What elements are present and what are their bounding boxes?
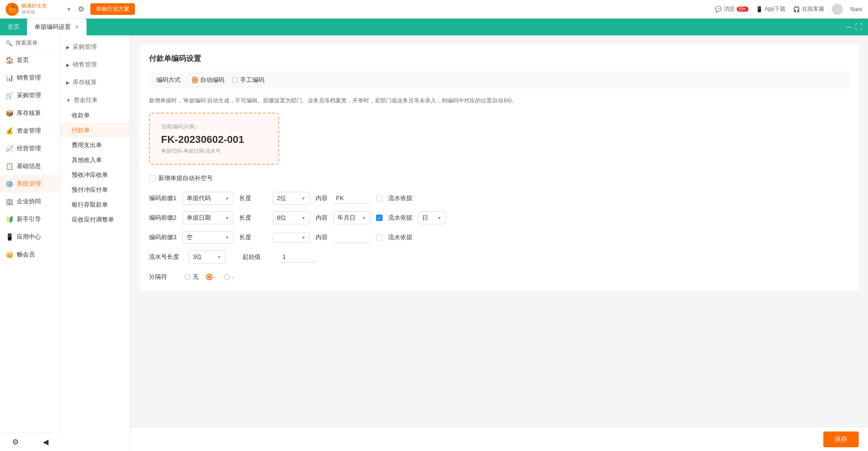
preview-box: 当前编码示例： FK-20230602-001 单据代码-单据日期-流水号 — [149, 113, 279, 165]
industry-solution-button[interactable]: 体验行业方案 — [90, 3, 135, 15]
search-menu-button[interactable]: 🔍 搜索菜单 — [0, 35, 60, 51]
sidebar-item-system[interactable]: ⚙️ 系统管理 — [0, 175, 60, 193]
member-icon: 👑 — [6, 251, 13, 258]
logo-area: 🍊 畅通好生意 插座版 — [6, 3, 61, 16]
purchase-icon: 🛒 — [6, 92, 13, 99]
sub-nav-group-funds: ▼ 资金往来 收款单 付款单 费用支出单 其他收入单 预收冲应收单 预付冲应付单… — [61, 92, 130, 227]
app-download-button[interactable]: 📱 App下载 — [756, 5, 786, 13]
sub-nav-item-receipt[interactable]: 收款单 — [61, 108, 130, 123]
sep-radio-dot — [206, 274, 213, 280]
prefix3-content-input[interactable] — [333, 232, 370, 243]
save-button[interactable]: 保存 — [823, 431, 859, 447]
settings-gear-icon[interactable]: ⚙ — [75, 4, 87, 15]
sidebar-item-appcenter[interactable]: 📱 应用中心 — [0, 228, 60, 246]
sub-nav-item-bank-withdrawal[interactable]: 银行存取款单 — [61, 197, 130, 212]
radio-auto-dot — [192, 77, 198, 83]
sidebar-item-newguide[interactable]: 🔰 新手引导 — [0, 210, 60, 228]
arrow-right-icon2: ▶ — [66, 62, 70, 67]
separator-row: 分隔符 无 · · — [149, 273, 849, 281]
prefix3-select[interactable]: 空 ▼ — [182, 231, 234, 244]
sub-nav-item-advance-offset[interactable]: 预付冲应付单 — [61, 182, 130, 197]
tab-close-icon[interactable]: ✕ — [74, 24, 79, 30]
arrow-down-icon: ▼ — [66, 98, 71, 103]
search-icon: 🔍 — [6, 40, 13, 47]
prefix1-content-input[interactable] — [333, 193, 370, 204]
sub-nav-group-sales: ▶ 销售管理 — [61, 57, 130, 73]
top-header: 🍊 畅通好生意 插座版 ▼ ⚙ 体验行业方案 💬 消息 99+ 📱 App下载 … — [0, 0, 868, 19]
sub-nav-item-payment[interactable]: 付款单 — [61, 123, 130, 138]
sidebar-item-sales[interactable]: 📊 销售管理 — [0, 69, 60, 87]
sidebar-settings-icon[interactable]: ⚙ — [12, 438, 19, 446]
serial-length-arrow-icon: ▼ — [217, 255, 222, 260]
message-icon: 💬 — [715, 6, 722, 13]
prefix2-content-select[interactable]: 年月日 ▼ — [333, 211, 370, 224]
prefix3-length-label: 长度 — [239, 233, 267, 242]
sub-nav-item-other-income[interactable]: 其他收入单 — [61, 153, 130, 168]
tab-bar: 首页 单据编码设置 ✕ ─ ⛶ — [0, 19, 868, 35]
header-right: 💬 消息 99+ 📱 App下载 🎧 在线客服 Nare — [715, 4, 862, 15]
sep-option-none[interactable]: 无 — [184, 273, 199, 281]
prefix2-cycle-select[interactable]: 日 ▼ — [418, 211, 446, 224]
sub-nav-header-purchase[interactable]: ▶ 采购管理 — [61, 39, 130, 55]
appcenter-icon: 📱 — [6, 233, 13, 241]
radio-manual-coding[interactable]: 手工编码 — [232, 76, 264, 84]
sub-nav-item-adjust[interactable]: 应收应付调整单 — [61, 212, 130, 227]
sidebar-item-basic[interactable]: 📋 基础信息 — [0, 157, 60, 175]
prefix2-content-arrow-icon: ▼ — [362, 215, 366, 221]
sep-option-dot2[interactable]: · — [224, 274, 234, 281]
app-download-icon: 📱 — [756, 6, 763, 13]
radio-auto-coding[interactable]: 自动编码 — [192, 76, 224, 84]
online-service-button[interactable]: 🎧 在线客服 — [793, 5, 824, 13]
sidebar-item-home[interactable]: 🏠 首页 — [0, 51, 60, 69]
prefix2-length-label: 长度 — [239, 214, 267, 222]
finance-icon: 💰 — [6, 127, 13, 135]
prefix3-length-select[interactable]: ▼ — [273, 233, 310, 242]
sub-nav-header-funds[interactable]: ▼ 资金往来 — [61, 92, 130, 108]
system-icon: ⚙️ — [6, 180, 13, 188]
prefix1-content-label: 内容 — [316, 194, 328, 202]
sidebar-item-finance[interactable]: 💰 资金管理 — [0, 122, 60, 140]
sidebar-item-member[interactable]: 👑 畅会员 — [0, 246, 60, 263]
prefix1-length-select[interactable]: 2位 ▼ — [273, 192, 310, 205]
prefix3-label: 编码前缀3 — [149, 233, 177, 242]
arrow-right-icon3: ▶ — [66, 80, 70, 85]
prefix2-select[interactable]: 单据日期 ▼ — [182, 211, 234, 224]
serial-length-select[interactable]: 3位 ▼ — [188, 250, 226, 263]
prefix1-select[interactable]: 单据代码 ▼ — [182, 192, 234, 205]
sidebar-collapse-icon[interactable]: ◀ — [43, 438, 48, 446]
prefix1-label: 编码前缀1 — [149, 194, 177, 202]
sub-nav-group-inventory: ▶ 库存核算 — [61, 74, 130, 90]
sidebar-item-inventory[interactable]: 📦 库存核算 — [0, 104, 60, 122]
sep-radio-dot2 — [224, 274, 230, 280]
sep-option-dot[interactable]: · — [206, 274, 216, 281]
prefix2-serial-checkbox[interactable]: ✓ — [376, 215, 383, 221]
auto-fill-row: 新增单据自动补空号 — [149, 174, 849, 182]
tab-encoding-settings[interactable]: 单据编码设置 ✕ — [27, 19, 87, 35]
tab-home[interactable]: 首页 — [0, 19, 27, 35]
tab-minimize-icon[interactable]: ─ — [846, 23, 851, 31]
sub-nav-header-inventory[interactable]: ▶ 库存核算 — [61, 74, 130, 90]
message-button[interactable]: 💬 消息 99+ — [715, 5, 748, 13]
bottom-bar: 保存 — [130, 427, 868, 451]
tab-maximize-icon[interactable]: ⛶ — [855, 23, 862, 31]
sidebar-item-enterprise[interactable]: 🏢 企业协同 — [0, 193, 60, 210]
sub-nav-item-prepay-offset[interactable]: 预收冲应收单 — [61, 168, 130, 182]
page-title: 付款单编码设置 — [149, 54, 849, 64]
prefix3-row: 编码前缀3 空 ▼ 长度 ▼ 内容 流水依据 — [149, 231, 849, 244]
inventory-icon: 📦 — [6, 109, 13, 117]
coding-mode-label: 编码方式 — [156, 76, 181, 84]
basic-icon: 📋 — [6, 162, 13, 170]
main-content: 付款单编码设置 编码方式 自动编码 手工编码 新增单据时，'单据编码'自动生成，… — [130, 35, 868, 451]
company-dropdown[interactable]: ▼ — [66, 6, 72, 13]
user-avatar[interactable] — [832, 4, 843, 15]
sidebar-item-purchase[interactable]: 🛒 采购管理 — [0, 87, 60, 104]
prefix2-length-select[interactable]: 8位 ▼ — [273, 211, 310, 224]
sidebar-item-operation[interactable]: 📈 经营管理 — [0, 140, 60, 157]
sub-nav-item-expense[interactable]: 费用支出单 — [61, 138, 130, 153]
start-value-input[interactable] — [280, 251, 317, 263]
prefix3-serial-checkbox[interactable] — [376, 234, 383, 241]
prefix1-serial-checkbox[interactable] — [376, 195, 383, 202]
sidebar: 🔍 搜索菜单 🏠 首页 📊 销售管理 🛒 采购管理 📦 库存核算 💰 资金管理 … — [0, 35, 61, 451]
sub-nav-header-sales[interactable]: ▶ 销售管理 — [61, 57, 130, 73]
auto-fill-checkbox[interactable]: 新增单据自动补空号 — [149, 174, 213, 182]
